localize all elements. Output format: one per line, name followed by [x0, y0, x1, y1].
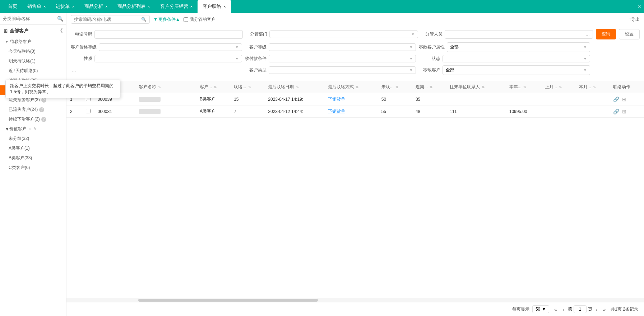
row1-link-icon[interactable]: 🔗: [613, 96, 619, 102]
page-number-input[interactable]: [574, 305, 587, 313]
payment-dropdown-icon: ▼: [409, 57, 413, 61]
prev-page-btn[interactable]: ‹: [560, 306, 566, 313]
nav-product-analysis-list[interactable]: 商品分析列表 ×: [112, 0, 155, 13]
overdue-sort-icon[interactable]: ⇅: [430, 85, 432, 89]
main-search-box[interactable]: 🔍: [71, 15, 150, 24]
sidebar-item-tomorrow-contact[interactable]: 明天待联络(1): [0, 56, 66, 66]
row2-link-icon[interactable]: 🔗: [613, 109, 619, 114]
dots-icon[interactable]: ...: [71, 68, 77, 73]
value-expand-icon: ▼: [5, 127, 9, 132]
my-customers-checkbox[interactable]: 我分管的客户: [184, 16, 216, 23]
sidebar-search-icon[interactable]: 🔍: [57, 16, 63, 22]
person-select[interactable]: …: [445, 30, 593, 39]
value-customer-group[interactable]: ▼ 价值客户 ○ ✎: [0, 124, 66, 134]
last-date-sort-icon[interactable]: ⇅: [296, 85, 299, 89]
person-more-icon[interactable]: …: [585, 32, 590, 37]
next-page-btn[interactable]: ›: [594, 306, 599, 313]
price-grade-select[interactable]: ▼: [99, 43, 242, 51]
contact-sort-icon[interactable]: ⇅: [248, 85, 251, 89]
horizontal-scrollbar[interactable]: [66, 298, 644, 302]
row2-method-link[interactable]: 下销货单: [328, 109, 345, 114]
nav-customer-contact[interactable]: 客户联络 ×: [198, 0, 231, 13]
main-search-icon[interactable]: 🔍: [141, 17, 147, 22]
row2-last-method[interactable]: 下销货单: [324, 105, 378, 118]
retail-attr-select[interactable]: 全部 ▼: [447, 42, 590, 52]
sidebar-item-class-c[interactable]: C类客户(6): [0, 163, 66, 173]
edit-pencil-icon[interactable]: ✎: [33, 127, 37, 131]
close-customer-stratification-icon[interactable]: ×: [190, 4, 193, 9]
row2-grid-icon[interactable]: ⊞: [622, 109, 626, 114]
last-month-sort-icon[interactable]: ⇅: [559, 85, 562, 89]
sidebar-item-already-lost[interactable]: 已流失客户(24) ?: [0, 105, 66, 114]
scrollbar-thumb[interactable]: [138, 299, 318, 302]
first-page-btn[interactable]: «: [552, 306, 559, 313]
row2-checkbox[interactable]: [82, 105, 94, 118]
sidebar-item-ungrouped[interactable]: 未分组(32): [0, 134, 66, 143]
phone-input[interactable]: [94, 30, 243, 39]
row1-grid-icon[interactable]: ⊞: [622, 96, 626, 102]
dept-select[interactable]: ▼: [269, 30, 418, 38]
retail-attr-dropdown-icon: ▼: [583, 45, 587, 49]
nav-customer-stratification[interactable]: 客户分层经营 ×: [155, 0, 198, 13]
edit-value-group-icon[interactable]: ○: [29, 127, 31, 131]
nav-product-analysis[interactable]: 商品分析 ×: [79, 0, 112, 13]
last-method-sort-icon[interactable]: ⇅: [356, 85, 358, 89]
this-month-sort-icon[interactable]: ⇅: [593, 85, 596, 89]
customer-type-filter: 客户类型 ▼: [245, 66, 416, 74]
status-select[interactable]: ▼: [443, 55, 590, 62]
name-sort-icon[interactable]: ⇅: [158, 85, 161, 89]
close-purchase-icon[interactable]: ×: [72, 4, 74, 9]
per-page-select[interactable]: 50 ▼: [532, 305, 549, 313]
sidebar-item-today-contact[interactable]: 今天待联络(0): [0, 47, 66, 56]
sidebar-item-declining[interactable]: 持续下滑客户(2) ?: [0, 114, 66, 124]
close-customer-contact-icon[interactable]: ×: [223, 4, 226, 9]
type-sort-icon[interactable]: ⇅: [214, 85, 217, 89]
sidebar-item-class-b[interactable]: B类客户(33): [0, 153, 66, 163]
declining-help-icon: ?: [41, 117, 46, 122]
retail-customer-select[interactable]: 全部 ▼: [443, 65, 590, 75]
row1-method-link[interactable]: 下销货单: [328, 96, 345, 102]
customer-grade-select[interactable]: ▼: [269, 43, 416, 51]
retail-attr-filter: 零散客户属性 全部 ▼: [419, 42, 590, 52]
close-product-analysis-list-icon[interactable]: ×: [148, 4, 150, 9]
collapse-sidebar-icon[interactable]: 《: [58, 28, 62, 34]
pagination-nav: « ‹ 第 页 › »: [552, 305, 608, 313]
nav-sales[interactable]: 销售单 ×: [22, 0, 51, 13]
customer-grade-label: 客户等级: [245, 44, 267, 50]
row1-contacts-person: [446, 93, 506, 105]
my-customers-check[interactable]: [184, 17, 188, 22]
sidebar-item-class-a[interactable]: A类客户(1): [0, 143, 66, 153]
nav-home[interactable]: 首页: [3, 0, 22, 13]
payment-select[interactable]: ▼: [269, 55, 416, 62]
sidebar-search-input[interactable]: [3, 16, 57, 21]
pending-contact-group[interactable]: ▼ 待联络客户: [0, 37, 66, 47]
row1-last-method[interactable]: 下销货单: [324, 93, 378, 105]
filter-icon: ▼: [153, 17, 158, 22]
query-button[interactable]: 查询: [596, 29, 616, 39]
export-button[interactable]: ↑ 导出: [629, 16, 640, 23]
all-customers-title[interactable]: ⊞ 全部客户 《: [0, 25, 66, 37]
retail-customer-dropdown-icon: ▼: [583, 68, 587, 72]
this-year-sort-icon[interactable]: ⇅: [523, 85, 526, 89]
row2-overdue: 48: [412, 105, 446, 118]
row1-contact: 15: [230, 93, 264, 105]
contacts-person-sort-icon[interactable]: ⇅: [482, 85, 485, 89]
table-row: 1 000039 B类客户 15 2023-04-17 14:19: 下销货单 …: [66, 93, 644, 105]
row2-select-checkbox[interactable]: [86, 109, 91, 113]
close-product-analysis-icon[interactable]: ×: [105, 4, 107, 9]
filter-row-2: 客户价格等级 ▼ 客户等级 ▼ 零散客户属性 全部: [71, 42, 640, 52]
sidebar-search-box[interactable]: 🔍: [0, 13, 66, 25]
close-sales-icon[interactable]: ×: [43, 4, 46, 9]
sidebar-item-7days-contact[interactable]: 近7天待联络(0): [0, 66, 66, 76]
not-contact-sort-icon[interactable]: ⇅: [395, 85, 398, 89]
status-filter: 状态 ▼: [419, 55, 590, 62]
last-page-btn[interactable]: »: [601, 306, 608, 313]
nav-purchase[interactable]: 进货单 ×: [51, 0, 79, 13]
settings-button[interactable]: 设置: [619, 29, 640, 39]
main-search-input[interactable]: [74, 17, 140, 22]
close-all-tabs-icon[interactable]: ×: [638, 3, 641, 10]
customer-type-select[interactable]: ▼: [269, 66, 416, 74]
chevron-up-icon: ▲: [176, 17, 180, 22]
gender-select[interactable]: ▼: [94, 55, 242, 62]
more-conditions-btn[interactable]: ▼ 更多条件 ▲: [153, 16, 180, 23]
